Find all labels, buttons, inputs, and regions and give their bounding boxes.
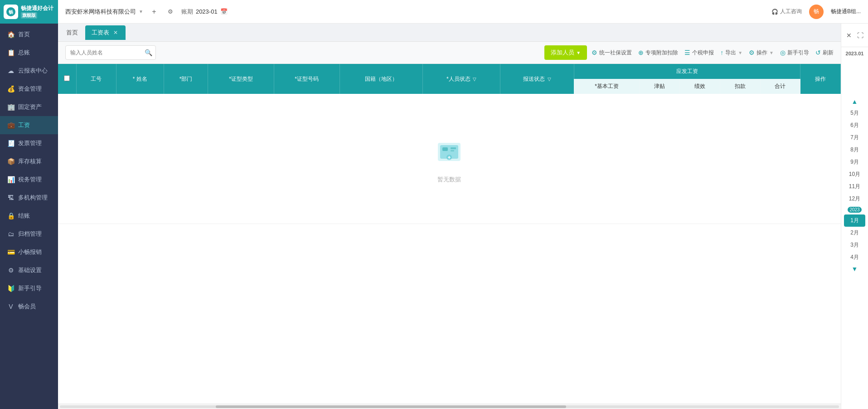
personal-tax-icon: ☰ [684,49,690,56]
customer-service-button[interactable]: 🎧 人工咨询 [771,8,802,15]
sidebar-item-tax[interactable]: 📊 税务管理 [0,170,58,189]
empty-state-cell: 暂无数据 [58,94,841,224]
main-content: 首页 工资表 ✕ 🔍 添加人员 ▼ ⚙ [58,24,841,409]
special-deduction-icon: ⊕ [638,49,644,56]
sidebar-item-cloud-report[interactable]: ☁ 云报表中心 [0,62,58,80]
th-person-status: *人员状态 ▽ [422,64,500,94]
sidebar-item-fund[interactable]: 💰 资金管理 [0,80,58,98]
month-2022-7[interactable]: 7月 [841,131,868,144]
month-2022-6[interactable]: 6月 [841,119,868,131]
toolbar-actions: ⚙ 统一社保设置 ⊕ 专项附加扣除 ☰ 个税申报 ↑ 导出 ▼ [592,49,834,57]
sidebar-item-inventory[interactable]: 📦 库存核算 [0,152,58,170]
special-deduction-button[interactable]: ⊕ 专项附加扣除 [638,49,678,57]
expand-panel-button[interactable]: ⛶ [857,31,865,40]
sidebar-item-ledger[interactable]: 📋 总账 [0,44,58,62]
headset-icon: 🎧 [771,9,778,15]
add-person-button[interactable]: 添加人员 ▼ [544,45,587,60]
th-report-status: 报送状态 ▽ [500,64,574,94]
add-company-button[interactable]: + [149,6,160,17]
home-icon: 🏠 [7,31,15,38]
company-selector[interactable]: 西安虾米网络科技有限公司 ▼ [65,8,143,16]
sidebar-item-basic-settings[interactable]: ⚙ 基础设置 [0,261,58,279]
th-employee-id: 工号 [76,64,116,94]
guide-icon: 🔰 [7,285,15,292]
tab-payroll[interactable]: 工资表 ✕ [85,25,126,40]
empty-state-icon [431,134,467,170]
sidebar-item-fixed-assets[interactable]: 🏢 固定资产 [0,98,58,116]
operations-button[interactable]: ⚙ 操作 ▼ [749,49,774,57]
logo-icon: 畅 [4,5,18,19]
empty-state: 暂无数据 [63,97,836,220]
month-2022-10[interactable]: 10月 [841,168,868,180]
table-scrollbar[interactable] [58,404,841,409]
refresh-button[interactable]: ↺ 刷新 [815,49,834,57]
tab-home[interactable]: 首页 [60,25,84,40]
svg-rect-6 [451,150,454,151]
month-2023-1[interactable]: 1月 [844,214,865,227]
close-panel-button[interactable]: ✕ [845,31,853,40]
th-total: 合计 [760,79,800,94]
search-icon[interactable]: 🔍 [145,49,152,56]
period-year-top-label: 2023.01 [846,51,864,56]
sidebar-logo: 畅 畅捷通好会计 旗舰版 [0,0,58,24]
expense-icon: 💳 [7,248,15,256]
sidebar-item-member[interactable]: V 畅会员 [0,297,58,316]
report-status-filter-icon[interactable]: ▽ [548,77,551,82]
payroll-icon: 💼 [7,122,15,129]
scrollbar-thumb [216,405,567,408]
social-security-icon: ⚙ [592,49,597,56]
month-2022-12[interactable]: 12月 [841,193,868,205]
month-2022-11[interactable]: 11月 [841,180,868,193]
export-button[interactable]: ↑ 导出 ▼ [720,49,742,57]
svg-rect-4 [442,147,448,151]
new-guide-button[interactable]: ◎ 新手引导 [780,49,809,57]
sidebar-item-home[interactable]: 🏠 首页 [0,25,58,44]
sidebar-nav: 🏠 首页 📋 总账 ☁ 云报表中心 💰 资金管理 🏢 固定资产 💼 工资 🧾 发… [0,24,58,409]
invoice-icon: 🧾 [7,140,15,147]
tab-close-button[interactable]: ✕ [112,29,119,36]
account-period: 账期 2023-01 📅 [181,8,228,16]
member-icon: V [7,303,15,310]
sidebar-item-new-guide[interactable]: 🔰 新手引导 [0,279,58,297]
month-2022-5[interactable]: 5月 [841,107,868,119]
month-2023-4[interactable]: 4月 [841,251,868,263]
th-basic-salary: *基本工资 [574,79,640,94]
sidebar-item-multi-org[interactable]: 🏗 多机构管理 [0,189,58,207]
th-operations: 操作 [800,64,841,94]
fund-icon: 💰 [7,85,15,93]
person-status-filter-icon[interactable]: ▽ [473,77,476,82]
month-2023-2[interactable]: 2月 [841,227,868,239]
month-2023-3[interactable]: 3月 [841,239,868,251]
month-2022-8[interactable]: 8月 [841,144,868,156]
multi-org-icon: 🏗 [7,194,15,201]
sidebar-item-archive[interactable]: 🗂 归档管理 [0,225,58,243]
settings-button[interactable]: ⚙ [165,6,176,17]
sidebar-item-payroll[interactable]: 💼 工资 [0,116,58,134]
th-allowance: 津贴 [640,79,680,94]
tabbar: 首页 工资表 ✕ [58,24,841,42]
th-payable-salary-group: 应发工资 [574,64,800,79]
sidebar-item-invoice[interactable]: 🧾 发票管理 [0,134,58,152]
calendar-icon[interactable]: 📅 [220,8,228,15]
table-container: 工号 * 姓名 *部门 *证型类型 *证型号码 国籍（地区） *人员状态 ▽ 报… [58,64,841,404]
user-name[interactable]: 畅捷通B组... [831,8,861,15]
social-security-button[interactable]: ⚙ 统一社保设置 [592,49,632,57]
year-2023-badge: 2023 [848,207,861,213]
refresh-icon: ↺ [815,49,821,56]
personal-tax-button[interactable]: ☰ 个税申报 [684,49,714,57]
sidebar-item-closing[interactable]: 🔒 结账 [0,207,58,225]
select-all-checkbox[interactable] [64,75,70,81]
user-avatar[interactable]: 畅 [809,5,824,19]
scroll-up-button[interactable]: ▲ [852,96,858,107]
th-nationality: 国籍（地区） [339,64,422,94]
sidebar-item-expense[interactable]: 💳 小畅报销 [0,243,58,261]
svg-rect-5 [451,147,456,149]
month-2022-9[interactable]: 9月 [841,156,868,168]
th-name: * 姓名 [116,64,164,94]
search-input[interactable] [65,45,156,60]
th-deduction: 扣款 [720,79,760,94]
select-all-checkbox-header[interactable] [58,64,76,94]
company-chevron-icon: ▼ [139,9,143,14]
scroll-down-button[interactable]: ▼ [852,263,858,274]
toolbar: 🔍 添加人员 ▼ ⚙ 统一社保设置 ⊕ 专项附加扣除 [58,42,841,64]
